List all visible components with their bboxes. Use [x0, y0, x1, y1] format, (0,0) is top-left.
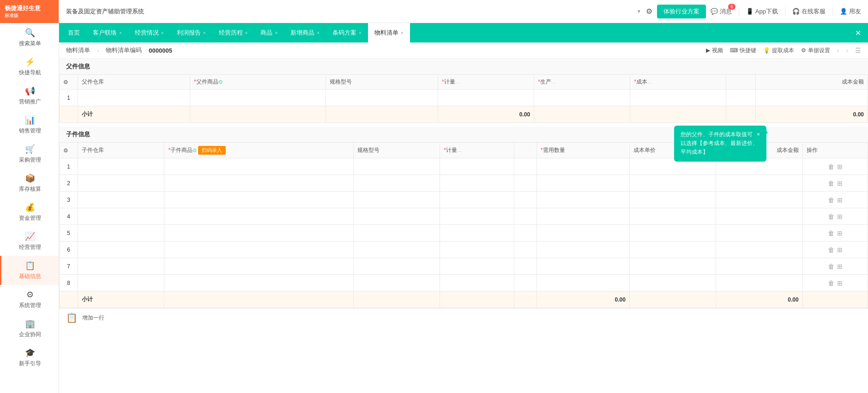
child-row-6-spec[interactable] — [353, 242, 440, 258]
sidebar-item-sales[interactable]: 📊销售管理 — [0, 110, 59, 139]
child-row-5-product[interactable] — [164, 225, 354, 242]
parent-row-1-cost[interactable] — [630, 90, 726, 106]
list-view-icon[interactable]: ☰ — [855, 47, 861, 54]
parent-row-1-production[interactable] — [534, 90, 630, 106]
child-row-6-warehouse[interactable] — [78, 242, 164, 258]
child-row-8-product[interactable] — [164, 275, 354, 291]
child-col-settings[interactable]: ⚙ — [60, 143, 78, 158]
sidebar-item-marketing[interactable]: 📢营销推广 — [0, 81, 59, 110]
sidebar-item-system[interactable]: ⚙系统管理 — [0, 285, 59, 314]
child-row-7-product[interactable] — [164, 258, 354, 275]
copy-row-1-icon[interactable]: ⊞ — [837, 163, 843, 170]
parent-row-1-product[interactable] — [190, 90, 326, 106]
scan-input-button[interactable]: 扫码录入 — [198, 146, 226, 155]
sidebar-item-search[interactable]: 🔍搜索菜单 — [0, 23, 59, 52]
child-row-6-qty[interactable] — [536, 242, 629, 258]
parent-row-1-warehouse[interactable] — [78, 90, 190, 106]
child-row-3-spec[interactable] — [353, 192, 440, 208]
parent-col-settings[interactable]: ⚙ — [60, 75, 78, 90]
child-row-7-qty[interactable] — [536, 258, 629, 275]
nav-tab-8[interactable]: 物料清单 × — [368, 23, 410, 42]
delete-row-2-icon[interactable]: 🗑 — [828, 180, 834, 187]
child-row-1-product[interactable] — [164, 158, 354, 175]
child-row-8-qty[interactable] — [536, 275, 629, 291]
breadcrumb-next[interactable]: › — [846, 47, 848, 54]
delete-row-1-icon[interactable]: 🗑 — [828, 163, 834, 170]
child-row-2-qty[interactable] — [536, 175, 629, 192]
copy-row-5-icon[interactable]: ⊞ — [837, 230, 843, 237]
child-row-8-unit-cost[interactable] — [629, 275, 716, 291]
nav-tab-1[interactable]: 客户联络 × — [86, 23, 128, 42]
child-row-8-spec[interactable] — [353, 275, 440, 291]
message-button[interactable]: 💬 消息 6 — [711, 7, 732, 16]
child-row-1-spec[interactable] — [353, 158, 440, 175]
sidebar-item-operations[interactable]: 📈经营管理 — [0, 227, 59, 256]
sidebar-item-finance[interactable]: 💰资金管理 — [0, 198, 59, 227]
child-row-5-warehouse[interactable] — [78, 225, 164, 242]
child-row-1-unit[interactable] — [440, 158, 514, 175]
child-row-2-warehouse[interactable] — [78, 175, 164, 192]
single-settings-action[interactable]: ⚙ 单据设置 — [801, 47, 830, 54]
sidebar-item-basic[interactable]: 📋基础信息 — [0, 256, 59, 285]
child-row-3-unit-cost[interactable] — [629, 192, 716, 208]
copy-row-8-icon[interactable]: ⊞ — [837, 279, 843, 287]
delete-row-6-icon[interactable]: 🗑 — [828, 246, 834, 254]
sidebar-item-enterprise[interactable]: 🏢企业协同 — [0, 314, 59, 343]
copy-row-4-icon[interactable]: ⊞ — [837, 213, 843, 220]
child-row-4-spec[interactable] — [353, 208, 440, 225]
user-menu[interactable]: 👤 用友 — [840, 7, 861, 16]
child-row-5-spec[interactable] — [353, 225, 440, 242]
child-row-2-spec[interactable] — [353, 175, 440, 192]
sidebar-item-guide[interactable]: 🎓新手引导 — [0, 343, 59, 372]
child-row-6-unit[interactable] — [440, 242, 514, 258]
child-row-7-spec[interactable] — [353, 258, 440, 275]
nav-tab-close-6[interactable]: × — [317, 30, 319, 36]
child-row-7-unit-cost[interactable] — [629, 258, 716, 275]
child-row-5-unit[interactable] — [440, 225, 514, 242]
child-row-4-product[interactable] — [164, 208, 354, 225]
extract-cost-action[interactable]: 💡 提取成本 — [763, 47, 794, 54]
child-row-2-unit[interactable] — [440, 175, 514, 192]
nav-tab-close-3[interactable]: × — [203, 30, 206, 36]
child-row-1-warehouse[interactable] — [78, 158, 164, 175]
online-service-button[interactable]: 🎧 在线客服 — [792, 7, 826, 16]
breadcrumb-prev[interactable]: ‹ — [837, 47, 839, 54]
child-row-5-unit-cost[interactable] — [629, 225, 716, 242]
nav-tab-close-4[interactable]: × — [245, 30, 248, 36]
child-row-1-qty[interactable] — [536, 158, 629, 175]
close-all-tabs-button[interactable]: ✕ — [850, 29, 866, 37]
trial-button[interactable]: 体验行业方案 — [657, 5, 706, 18]
child-row-6-unit-cost[interactable] — [629, 242, 716, 258]
child-row-3-unit[interactable] — [440, 192, 514, 208]
nav-tab-6[interactable]: 新增商品 × — [284, 23, 326, 42]
child-row-7-unit[interactable] — [440, 258, 514, 275]
child-row-5-qty[interactable] — [536, 225, 629, 242]
nav-tab-2[interactable]: 经营情况 × — [128, 23, 170, 42]
nav-tab-0[interactable]: 首页 — [61, 23, 86, 42]
child-row-3-warehouse[interactable] — [78, 192, 164, 208]
child-row-2-product[interactable] — [164, 175, 354, 192]
nav-tab-close-5[interactable]: × — [275, 30, 277, 36]
breadcrumb-item-1[interactable]: 物料清单 — [66, 46, 90, 54]
child-row-8-warehouse[interactable] — [78, 275, 164, 291]
parent-row-1-unit[interactable] — [438, 90, 534, 106]
child-row-7-warehouse[interactable] — [78, 258, 164, 275]
child-row-6-product[interactable] — [164, 242, 354, 258]
system-dropdown-arrow[interactable]: ▼ — [637, 9, 641, 14]
sidebar-item-nav[interactable]: ⚡快捷导航 — [0, 52, 59, 81]
delete-row-4-icon[interactable]: 🗑 — [828, 213, 834, 220]
child-row-3-product[interactable] — [164, 192, 354, 208]
delete-row-7-icon[interactable]: 🗑 — [828, 263, 834, 270]
settings-gear-button[interactable]: ⚙ — [646, 7, 652, 16]
sidebar-item-purchase[interactable]: 🛒采购管理 — [0, 139, 59, 169]
child-row-3-qty[interactable] — [536, 192, 629, 208]
copy-row-2-icon[interactable]: ⊞ — [837, 180, 843, 187]
nav-tab-close-8[interactable]: × — [401, 30, 404, 36]
child-row-2-unit-cost[interactable] — [629, 175, 716, 192]
delete-row-8-icon[interactable]: 🗑 — [828, 279, 834, 287]
app-download-button[interactable]: 📱 App下载 — [746, 7, 778, 16]
nav-tab-3[interactable]: 利润报告 × — [170, 23, 212, 42]
child-row-4-qty[interactable] — [536, 208, 629, 225]
nav-tab-5[interactable]: 商品 × — [254, 23, 284, 42]
nav-tab-close-1[interactable]: × — [119, 30, 122, 36]
